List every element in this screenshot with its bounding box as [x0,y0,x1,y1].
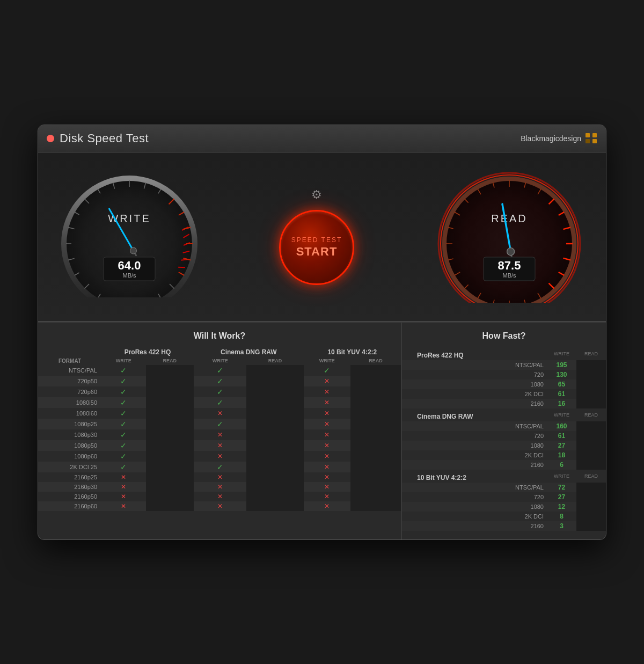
svg-text:READ: READ [491,213,528,224]
table-row: 2160p60✕✕✕ [38,501,401,511]
will-it-work-title: Will It Work? [38,331,401,341]
fast-table-row: 720130 [402,370,606,380]
table-row: 1080p60✓✕✕ [38,451,401,462]
brand-name: Blackmagicdesign [521,134,581,143]
table-row: 720p60✓✓✕ [38,386,401,397]
gauges-section: WRITE 64.0 MB/s ⚙ SPEED TEST START [38,152,606,322]
close-button[interactable] [47,135,54,142]
fast-table-row: 2K DCI8 [402,512,606,521]
table-row: 1080p30✓✕✕ [38,429,401,440]
brand-dots-icon [586,133,597,143]
work-table: ProRes 422 HQ Cinema DNG RAW 10 Bit YUV … [38,347,401,511]
start-button[interactable]: SPEED TEST START [279,210,354,285]
table-row: 1080i50✓✓✕ [38,397,401,408]
table-row: NTSC/PAL✓✓✓ [38,365,401,376]
start-line1: SPEED TEST [291,236,342,244]
center-area: ⚙ SPEED TEST START [279,188,354,285]
table-row: 720p50✓✓✕ [38,376,401,386]
fast-table-row: NTSC/PAL72 [402,483,606,492]
app-window: Disk Speed Test Blackmagicdesign [38,125,606,540]
how-fast-section: How Fast? ProRes 422 HQWRITEREADNTSC/PAL… [402,323,606,539]
read-gauge: READ 87.5 MB/s [434,169,584,305]
fast-table-row: NTSC/PAL160 [402,421,606,431]
fast-table-row: 108027 [402,441,606,450]
fast-group-header: ProRes 422 HQWRITEREAD [402,347,606,360]
fast-table-row: 2K DCI18 [402,450,606,460]
will-it-work-section: Will It Work? ProRes 422 HQ Cinema DNG R… [38,323,402,539]
yuv-header: 10 Bit YUV 4:2:2 [304,347,401,357]
svg-text:87.5: 87.5 [498,259,521,272]
format-label: FORMAT [38,357,101,365]
fast-table-row: 21603 [402,521,606,531]
fast-table-row: 21606 [402,460,606,470]
table-row: 1080i60✓✕✕ [38,408,401,419]
gear-icon[interactable]: ⚙ [311,188,322,202]
svg-text:MB/s: MB/s [502,272,516,279]
title-bar: Disk Speed Test Blackmagicdesign [38,125,606,152]
brand-logo: Blackmagicdesign [521,133,597,143]
start-line2: START [296,245,338,259]
table-row: 2160p30✕✕✕ [38,482,401,492]
fast-table-row: 72027 [402,492,606,502]
fast-table-row: NTSC/PAL195 [402,360,606,370]
table-row: 2160p25✕✕✕ [38,472,401,482]
dng-header: Cinema DNG RAW [194,347,304,357]
fast-table-row: 72061 [402,431,606,441]
tables-section: Will It Work? ProRes 422 HQ Cinema DNG R… [38,322,606,539]
table-row: 2K DCI 25✓✓✕ [38,462,401,472]
fast-table-row: 108012 [402,502,606,512]
table-row: 1080p25✓✓✕ [38,419,401,429]
fast-table-row: 108065 [402,380,606,389]
fast-table: ProRes 422 HQWRITEREADNTSC/PAL1957201301… [402,347,606,531]
fast-table-row: 2K DCI61 [402,389,606,399]
write-gauge: WRITE 64.0 MB/s [60,174,199,300]
fast-table-row: 216016 [402,399,606,408]
fast-group-header: 10 Bit YUV 4:2:2WRITEREAD [402,470,606,483]
table-row: 2160p50✕✕✕ [38,492,401,501]
fast-group-header: Cinema DNG RAWWRITEREAD [402,408,606,421]
app-title: Disk Speed Test [60,132,149,145]
how-fast-title: How Fast? [402,331,606,341]
svg-text:MB/s: MB/s [122,272,136,279]
svg-text:64.0: 64.0 [118,259,141,272]
table-row: 1080p50✓✕✕ [38,440,401,451]
prores-header: ProRes 422 HQ [101,347,194,357]
